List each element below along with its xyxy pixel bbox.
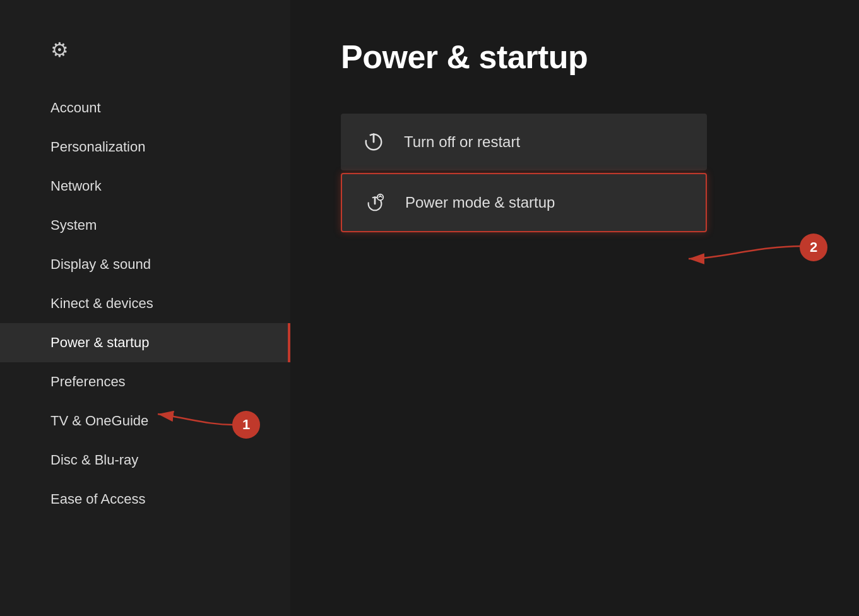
sidebar-item-preferences[interactable]: Preferences [0, 362, 290, 401]
annotation-2: 2 [682, 234, 821, 287]
powermode-icon [362, 192, 388, 213]
gear-icon: ⚙ [50, 38, 69, 62]
sidebar-item-system[interactable]: System [0, 206, 290, 245]
sidebar: ⚙ AccountPersonalizationNetworkSystemDis… [0, 0, 290, 616]
annotation-1: 1 [183, 409, 246, 441]
sidebar-item-network[interactable]: Network [0, 167, 290, 206]
settings-list: Turn off or restart Power mode & startup [341, 114, 707, 232]
settings-item-label-power-mode-startup: Power mode & startup [405, 194, 555, 211]
sidebar-item-power-startup[interactable]: Power & startup [0, 323, 290, 362]
svg-point-5 [377, 194, 383, 200]
power-icon [361, 131, 386, 153]
settings-item-turn-off-restart[interactable]: Turn off or restart [341, 114, 707, 170]
main-content: Power & startup Turn off or restart Powe… [290, 0, 859, 616]
page-title: Power & startup [341, 38, 809, 76]
settings-item-label-turn-off-restart: Turn off or restart [404, 133, 520, 151]
annotation-badge-2: 2 [800, 234, 827, 261]
sidebar-item-disc-bluray[interactable]: Disc & Blu-ray [0, 441, 290, 480]
sidebar-item-personalization[interactable]: Personalization [0, 127, 290, 167]
settings-item-power-mode-startup[interactable]: Power mode & startup [341, 173, 707, 232]
sidebar-item-ease-access[interactable]: Ease of Access [0, 480, 290, 519]
sidebar-item-account[interactable]: Account [0, 88, 290, 127]
annotation-badge-1: 1 [232, 411, 260, 439]
sidebar-item-display-sound[interactable]: Display & sound [0, 245, 290, 284]
sidebar-nav: AccountPersonalizationNetworkSystemDispl… [0, 88, 290, 519]
sidebar-item-kinect-devices[interactable]: Kinect & devices [0, 284, 290, 323]
